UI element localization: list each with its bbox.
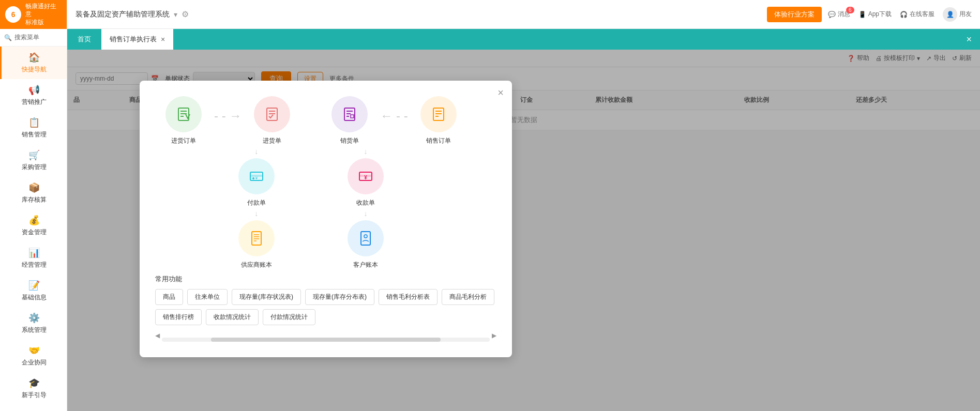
- sidebar-item-label: 基础信息: [22, 293, 47, 302]
- quick-nav-modal: × 进货订单 -: [140, 81, 512, 357]
- func-btn-payment-stat[interactable]: 付款情况统计: [263, 309, 315, 325]
- user-name: 用友: [959, 10, 972, 19]
- main-content: 装备及固定资产辅助管理系统 ▾ ⚙ 体验行业方案 💬 6 消息 📱 App下载 …: [67, 0, 980, 411]
- flow-item-sales-order[interactable]: 销售订单: [410, 96, 467, 145]
- flow-label-purchase-receipt: 进货单: [263, 136, 281, 145]
- svg-point-9: [252, 177, 254, 179]
- tab-label: 销售订单执行表: [110, 35, 157, 44]
- tabbar: 首页 销售订单执行表 × ×: [67, 29, 980, 50]
- collection-icon: ¥: [348, 158, 384, 194]
- svg-text:¥: ¥: [364, 175, 367, 180]
- sidebar-item-label: 经营管理: [22, 261, 47, 269]
- scroll-left-btn[interactable]: ◀: [155, 332, 160, 339]
- svg-rect-20: [351, 115, 354, 118]
- flow-item-purchase-order[interactable]: 进货订单: [155, 96, 212, 145]
- flow-label-customer-ledger: 客户账本: [353, 261, 378, 269]
- message-btn[interactable]: 💬 6 消息: [828, 10, 850, 19]
- func-btn-contact[interactable]: 往来单位: [187, 289, 228, 305]
- flow-arrow-down-4: ↓: [337, 207, 451, 220]
- flow-collection-row: ¥ 收款单: [337, 158, 451, 207]
- svg-text:¥: ¥: [254, 176, 258, 180]
- func-btn-stock-status[interactable]: 现存量(库存状况表): [232, 289, 301, 305]
- sidebar-item-basic-info[interactable]: 📝 基础信息: [0, 275, 67, 307]
- inventory-icon: 📦: [28, 182, 40, 193]
- flow-item-customer-ledger[interactable]: 客户账本: [337, 220, 394, 269]
- flow-item-supplier-ledger[interactable]: 供应商账本: [228, 220, 285, 269]
- modal-scrollbar[interactable]: [162, 338, 490, 342]
- app-download-label: App下载: [868, 10, 892, 19]
- scroll-right-btn[interactable]: ▶: [492, 332, 496, 339]
- user-menu[interactable]: 👤 用友: [943, 7, 972, 22]
- sidebar-item-sales[interactable]: 📋 销售管理: [0, 112, 67, 144]
- arrow-right-1: - - →: [212, 109, 244, 123]
- func-btn-sales-profit[interactable]: 销售毛利分析表: [379, 289, 438, 305]
- system-title-text: 装备及固定资产辅助管理系统: [76, 10, 170, 19]
- sidebar-item-label: 营销推广: [22, 98, 47, 106]
- sidebar-item-system[interactable]: ⚙️ 系统管理: [0, 307, 67, 340]
- sales-icon: 📋: [28, 117, 40, 128]
- tab-sales-order[interactable]: 销售订单执行表 ×: [101, 29, 173, 50]
- sidebar-item-guide[interactable]: 🎓 新手引导: [0, 372, 67, 405]
- window-close-btn[interactable]: ×: [958, 34, 980, 45]
- tab-close-btn[interactable]: ×: [161, 35, 165, 43]
- sidebar: 6 畅康通好生意 标准版 🔍 搜索菜单 🏠 快捷导航 📢 营销推广 📋 销售管理: [0, 0, 67, 411]
- func-buttons-row2: 销售排行榜 收款情况统计 付款情况统计: [155, 309, 496, 325]
- func-btn-product-profit[interactable]: 商品毛利分析: [442, 289, 494, 305]
- guide-icon: 🎓: [28, 377, 40, 389]
- func-btn-product[interactable]: 商品: [155, 289, 183, 305]
- sidebar-item-finance[interactable]: 💰 资金管理: [0, 209, 67, 242]
- sidebar-item-operations[interactable]: 📊 经营管理: [0, 242, 67, 275]
- sidebar-item-label: 库存核算: [22, 195, 47, 204]
- finance-icon: 💰: [28, 215, 40, 226]
- flow-label-purchase-order: 进货订单: [171, 136, 196, 145]
- purchase-receipt-icon: [254, 96, 290, 132]
- sidebar-item-marketing[interactable]: 📢 营销推广: [0, 79, 67, 112]
- purchase-icon: 🛒: [28, 149, 40, 161]
- settings-icon[interactable]: ⚙: [182, 9, 189, 19]
- svg-point-29: [364, 235, 367, 238]
- sidebar-search[interactable]: 🔍 搜索菜单: [0, 29, 67, 47]
- sidebar-item-enterprise[interactable]: 🤝 企业协同: [0, 340, 67, 372]
- func-btn-collection-stat[interactable]: 收款情况统计: [206, 309, 259, 325]
- modal-close-btn[interactable]: ×: [497, 87, 504, 99]
- enterprise-icon: 🤝: [28, 345, 40, 356]
- topbar-icons: 💬 6 消息 📱 App下载 🎧 在线客服 👤 用友: [828, 7, 972, 22]
- flow-arrow-down-3: ↓: [337, 145, 451, 158]
- app-download-btn[interactable]: 📱 App下载: [858, 10, 892, 19]
- sidebar-item-purchase[interactable]: 🛒 采购管理: [0, 144, 67, 177]
- modal-scrollbar-row: ◀ ▶: [155, 329, 496, 342]
- flow-item-sales-receipt[interactable]: 销货单: [321, 96, 378, 145]
- message-icon: 💬: [828, 11, 836, 18]
- download-icon: 📱: [858, 11, 866, 18]
- flow-top-left: 进货订单 - - → 进货单: [155, 96, 300, 145]
- user-avatar: 👤: [943, 7, 957, 22]
- flow-item-payment[interactable]: ¥ 付款单: [228, 158, 285, 207]
- flow-right: 销货单 ← - - 销售订单: [321, 96, 466, 269]
- marketing-icon: 📢: [28, 84, 40, 96]
- sidebar-item-label: 系统管理: [22, 326, 47, 334]
- system-icon: ⚙️: [28, 312, 40, 324]
- common-funcs-title: 常用功能: [155, 275, 496, 284]
- logo-text: 畅康通好生意 标准版: [25, 3, 62, 27]
- flow-item-purchase-receipt[interactable]: 进货单: [244, 96, 300, 145]
- func-btn-sales-rank[interactable]: 销售排行榜: [155, 309, 202, 325]
- sidebar-item-label: 快捷导航: [22, 65, 47, 74]
- flow-item-collection[interactable]: ¥ 收款单: [337, 158, 394, 207]
- scrollbar-thumb: [211, 338, 441, 342]
- dropdown-arrow-icon[interactable]: ▾: [174, 10, 177, 19]
- tab-home[interactable]: 首页: [67, 29, 101, 50]
- flow-payment-row: ¥ 付款单: [171, 158, 285, 207]
- supplier-ledger-icon: [238, 220, 275, 256]
- online-service-label: 在线客服: [910, 10, 934, 19]
- flow-label-sales-order: 销售订单: [426, 136, 451, 145]
- sidebar-item-quick-nav[interactable]: 🏠 快捷导航: [0, 47, 67, 79]
- modal-overlay[interactable]: × 进货订单 -: [67, 50, 980, 411]
- payment-icon: ¥: [238, 158, 275, 194]
- func-btn-stock-dist[interactable]: 现存量(库存分布表): [305, 289, 374, 305]
- sidebar-item-inventory[interactable]: 📦 库存核算: [0, 177, 67, 209]
- online-service-btn[interactable]: 🎧 在线客服: [900, 10, 934, 19]
- experience-btn[interactable]: 体验行业方案: [767, 7, 822, 22]
- flow-left: 进货订单 - - → 进货单: [155, 96, 300, 269]
- sidebar-item-label: 新手引导: [22, 391, 47, 400]
- sidebar-item-label: 采购管理: [22, 163, 47, 172]
